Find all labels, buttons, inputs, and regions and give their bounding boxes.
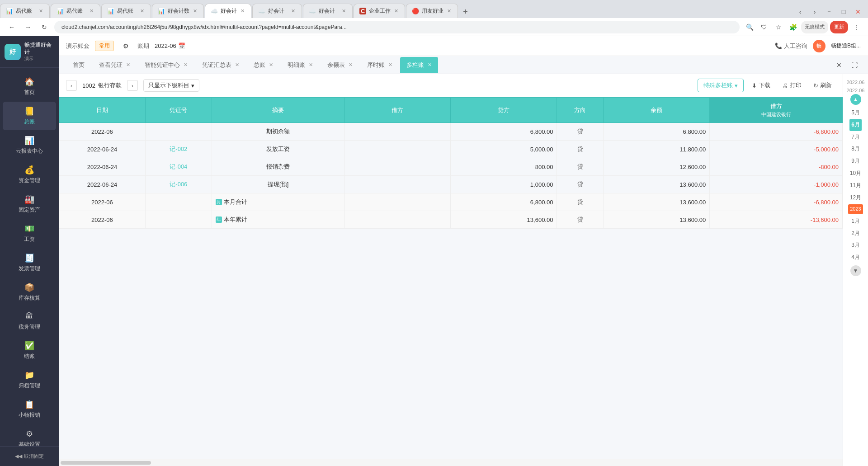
timeline-month-1-2023[interactable]: 1月 <box>849 215 862 227</box>
calendar-icon[interactable]: 📅 <box>178 42 185 49</box>
browser-tab-1[interactable]: 📊 易代账 ✕ <box>0 4 50 18</box>
sidebar-item-salary[interactable]: 💵 工资 <box>3 219 56 248</box>
tab-close-1[interactable]: ✕ <box>38 8 44 14</box>
browser-tab-8[interactable]: C 企业工作 ✕ <box>354 4 405 18</box>
sidebar-item-ledger[interactable]: 📒 总账 <box>3 102 56 130</box>
tab-general-ledger[interactable]: 总账 ✕ <box>247 57 280 73</box>
voucher-link-1[interactable]: 记-002 <box>170 146 187 152</box>
cell-special-0: -6,800.00 <box>710 123 843 141</box>
sidebar-item-tax[interactable]: 🏛 税务管理 <box>3 307 56 335</box>
sidebar-item-expense[interactable]: 📋 小畅报销 <box>3 395 56 424</box>
tab-close-5[interactable]: ✕ <box>240 8 245 14</box>
tab-balance[interactable]: 余额表 ✕ <box>321 57 359 73</box>
tab-balance-close[interactable]: ✕ <box>349 62 353 68</box>
scroll-thumb[interactable] <box>61 461 151 465</box>
sidebar-item-invoice[interactable]: 🧾 发票管理 <box>3 249 56 277</box>
timeline-month-9[interactable]: 9月 <box>849 155 862 167</box>
tab-scroll-right[interactable]: › <box>808 5 821 18</box>
search-icon[interactable]: 🔍 <box>743 21 756 33</box>
download-button[interactable]: ⬇ 下载 <box>748 79 774 92</box>
top-bar-right: 📞 人工咨询 畅 畅捷通B组... <box>775 40 861 52</box>
sidebar-item-reports[interactable]: 📊 云报表中心 <box>3 131 56 160</box>
special-ledger-button[interactable]: 特殊多栏账 ▾ <box>698 79 744 92</box>
star-icon[interactable]: ☆ <box>772 21 785 33</box>
timeline-scroll-down[interactable]: ▼ <box>850 265 861 276</box>
browser-tab-6[interactable]: ☁️ 好会计 ✕ <box>252 4 302 18</box>
prev-account-button[interactable]: ‹ <box>66 80 77 91</box>
browser-tab-4[interactable]: 📊 好会计数 ✕ <box>152 4 204 18</box>
tab-close-6[interactable]: ✕ <box>290 8 296 14</box>
update-button[interactable]: 更新 <box>830 21 848 33</box>
sidebar-item-inventory[interactable]: 📦 库存核算 <box>3 278 56 306</box>
browser-tab-9[interactable]: 🔴 用友好业 ✕ <box>406 4 458 18</box>
tab-detail-ledger[interactable]: 明细账 ✕ <box>281 57 320 73</box>
tab-close-4[interactable]: ✕ <box>192 8 198 14</box>
tab-close-7[interactable]: ✕ <box>341 8 347 14</box>
timeline-month-8[interactable]: 8月 <box>849 143 862 155</box>
tab-multi-column[interactable]: 多栏账 ✕ <box>400 57 438 73</box>
close-window-button[interactable]: ✕ <box>852 5 864 18</box>
collapse-sidebar-button[interactable]: ◀◀ 取消固定 <box>3 450 56 462</box>
browser-tab-5[interactable]: ☁️ 好会计 ✕ <box>205 4 251 18</box>
tab-chronological[interactable]: 序时账 ✕ <box>360 57 399 73</box>
back-button[interactable]: ← <box>5 21 18 33</box>
tab-view-voucher[interactable]: 查看凭证 ✕ <box>92 57 137 73</box>
voucher-link-2[interactable]: 记-004 <box>170 163 187 170</box>
timeline-month-5[interactable]: 5月 <box>849 107 862 119</box>
timeline-month-10[interactable]: 10月 <box>848 167 863 179</box>
sidebar-item-archive[interactable]: 📁 归档管理 <box>3 366 56 394</box>
next-account-button[interactable]: › <box>127 80 138 91</box>
timeline-scroll-up[interactable]: ▲ <box>850 94 861 105</box>
shield-icon[interactable]: 🛡 <box>758 21 770 33</box>
tab-voucher-summary-close[interactable]: ✕ <box>235 62 239 68</box>
maximize-button[interactable]: □ <box>837 5 850 18</box>
sidebar-item-close-accounts[interactable]: ✅ 结账 <box>3 336 56 365</box>
tab-view-voucher-close[interactable]: ✕ <box>126 62 130 68</box>
timeline-month-11[interactable]: 11月 <box>848 179 863 192</box>
sidebar-item-funds[interactable]: 💰 资金管理 <box>3 160 56 189</box>
bottom-scrollbar[interactable] <box>59 459 843 466</box>
tab-home[interactable]: 首页 <box>66 57 91 73</box>
timeline-month-4-2023[interactable]: 4月 <box>849 251 862 264</box>
timeline-month-6[interactable]: 6月 <box>849 119 862 131</box>
stealth-mode-button[interactable]: 无痕模式 <box>801 21 828 33</box>
settings-gear-icon[interactable]: ⚙ <box>119 40 132 52</box>
timeline-month-2-2023[interactable]: 2月 <box>849 227 862 240</box>
tab-multi-column-close[interactable]: ✕ <box>428 62 432 68</box>
minimize-button[interactable]: － <box>823 5 835 18</box>
tab-smart-voucher-close[interactable]: ✕ <box>184 62 188 68</box>
consult-button[interactable]: 📞 人工咨询 <box>775 42 807 50</box>
add-tab-button[interactable]: + <box>459 5 472 18</box>
tab-general-ledger-close[interactable]: ✕ <box>269 62 273 68</box>
tab-close-9[interactable]: ✕ <box>446 8 452 14</box>
forward-button[interactable]: → <box>22 21 34 33</box>
sidebar-item-settings[interactable]: ⚙ 基础设置 <box>3 424 56 446</box>
tab-smart-voucher[interactable]: 智能凭证中心 ✕ <box>138 57 194 73</box>
url-input[interactable] <box>54 21 740 33</box>
print-button[interactable]: 🖨 打印 <box>778 79 805 92</box>
refresh-button[interactable]: ↻ 刷新 <box>810 79 835 92</box>
timeline-month-3-2023[interactable]: 3月 <box>849 239 862 251</box>
voucher-link-3[interactable]: 记-006 <box>170 181 187 188</box>
tab-close-8[interactable]: ✕ <box>393 8 399 14</box>
sidebar-item-assets[interactable]: 🏭 固定资产 <box>3 190 56 218</box>
subject-filter-dropdown[interactable]: 只显示下级科目 ▾ <box>143 79 199 92</box>
timeline-month-7[interactable]: 7月 <box>849 131 862 143</box>
refresh-button[interactable]: ↻ <box>38 21 51 33</box>
tab-close-panel-icon[interactable]: ✕ <box>833 59 845 71</box>
tab-close-2[interactable]: ✕ <box>89 8 94 14</box>
tab-detail-ledger-close[interactable]: ✕ <box>309 62 313 68</box>
browser-tab-2[interactable]: 📊 易代账 ✕ <box>51 4 100 18</box>
sidebar-item-home[interactable]: 🏠 首页 <box>3 72 56 101</box>
tab-chronological-close[interactable]: ✕ <box>388 62 392 68</box>
browser-tab-3[interactable]: 📊 易代账 ✕ <box>101 4 151 18</box>
extensions-icon[interactable]: 🧩 <box>787 21 799 33</box>
user-avatar[interactable]: 畅 <box>813 40 826 52</box>
menu-icon[interactable]: ⋮ <box>850 21 863 33</box>
tab-close-3[interactable]: ✕ <box>139 8 145 14</box>
browser-tab-7[interactable]: ☁️ 好会计 ✕ <box>303 4 353 18</box>
timeline-month-12[interactable]: 12月 <box>848 192 863 204</box>
tab-scroll-left[interactable]: ‹ <box>794 5 807 18</box>
tab-maximize-icon[interactable]: ⛶ <box>848 59 861 71</box>
tab-voucher-summary[interactable]: 凭证汇总表 ✕ <box>195 57 246 73</box>
